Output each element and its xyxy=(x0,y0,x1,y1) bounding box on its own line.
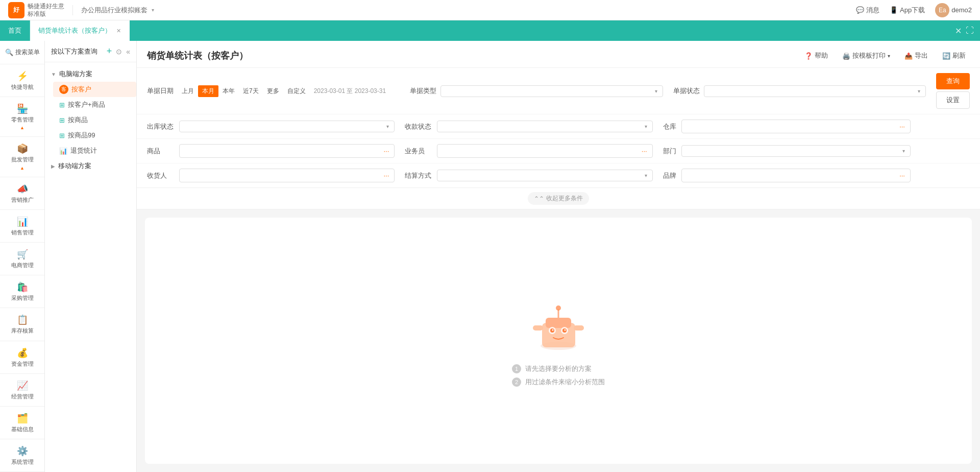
search-btn[interactable]: 查询 xyxy=(936,73,970,89)
print-arrow: ▾ xyxy=(888,53,890,59)
out-status-cell: 出库状态 ▾ xyxy=(147,121,395,132)
sidebar-item-finance[interactable]: 💰 资金管理 xyxy=(0,341,44,374)
panel-header: 按以下方案查询 + ⊙ « xyxy=(45,41,136,62)
receipt-status-select[interactable]: ▾ xyxy=(437,121,652,132)
dept-select[interactable]: ▾ xyxy=(681,145,911,157)
tree-group-desktop-header[interactable]: ▼ 电脑端方案 xyxy=(45,66,136,82)
by-goods99-icon: ⊞ xyxy=(59,132,65,139)
export-btn[interactable]: 📤 导出 xyxy=(900,49,932,62)
user-menu[interactable]: Ea demo2 xyxy=(935,3,972,17)
by-customer-label: 按客户 xyxy=(71,85,91,94)
date-last7-btn[interactable]: 近7天 xyxy=(239,85,263,97)
sidebar-item-inventory[interactable]: 📋 库存核算 xyxy=(0,308,44,341)
sidebar-item-sales[interactable]: 📊 销售管理 xyxy=(0,210,44,243)
tree-group-mobile-header[interactable]: ▶ 移动端方案 xyxy=(45,158,136,174)
sales-icon: 📊 xyxy=(17,216,28,227)
warehouse-select[interactable]: ··· xyxy=(681,120,911,133)
warehouse-label: 仓库 xyxy=(663,122,677,131)
retail-icon: 🏪 xyxy=(17,103,28,114)
by-goods-icon: ⊞ xyxy=(59,116,65,124)
svg-rect-11 xyxy=(533,325,543,331)
tree-item-return-stat[interactable]: 📊 退货统计 xyxy=(53,143,136,158)
tree-mobile-arrow: ▶ xyxy=(51,163,55,169)
sidebar-item-basic[interactable]: 🗂️ 基础信息 xyxy=(0,407,44,439)
receiver-label: 收货人 xyxy=(147,171,175,180)
svg-rect-2 xyxy=(546,318,571,328)
goods-select[interactable]: ··· xyxy=(179,144,395,158)
content-area: 销货单统计表（按客户） ❓ 帮助 🖨️ 按模板打印 ▾ 📤 导出 xyxy=(137,41,980,472)
settle-label: 结算方式 xyxy=(405,171,433,180)
app-download-label: App下载 xyxy=(900,6,925,15)
order-type-arrow: ▾ xyxy=(655,88,657,94)
warehouse-ellipsis: ··· xyxy=(899,123,905,130)
dept-label: 部门 xyxy=(663,147,677,156)
purchase-icon: 🛍️ xyxy=(17,281,28,293)
panel-add-btn[interactable]: + xyxy=(107,46,112,57)
collapse-row: ⌃⌃ 收起更多条件 xyxy=(137,188,980,209)
hint2-number: 2 xyxy=(512,377,521,387)
collapse-btn[interactable]: ⌃⌃ 收起更多条件 xyxy=(528,192,589,205)
tree-item-by-goods99[interactable]: ⊞ 按商品99 xyxy=(53,128,136,143)
settle-select[interactable]: ▾ xyxy=(437,170,652,181)
tree-group-desktop: ▼ 电脑端方案 客 按客户 ⊞ 按客户+商品 xyxy=(45,66,136,158)
date-last-month-btn[interactable]: 上月 xyxy=(178,85,198,97)
dept-cell: 部门 ▾ xyxy=(663,145,911,157)
date-this-month-btn[interactable]: 本月 xyxy=(198,85,218,97)
window-close-btn[interactable]: ✕ xyxy=(955,26,962,36)
window-maximize-btn[interactable]: ⛶ xyxy=(966,26,974,35)
salesperson-select[interactable]: ··· xyxy=(437,144,652,158)
close-tab-icon[interactable]: ✕ xyxy=(116,28,121,34)
message-btn[interactable]: 💬 消息 xyxy=(856,6,879,15)
sidebar-item-operation[interactable]: 📈 经营管理 xyxy=(0,374,44,407)
page-title: 销货单统计表（按客户） xyxy=(147,50,248,62)
sidebar-quick-nav[interactable]: ⚡ 快捷导航 xyxy=(0,64,44,97)
date-filter-cell: 单据日期 上月 本月 本年 近7天 更多 自定义 2023-03-01 至 20… xyxy=(147,85,400,97)
tab-home[interactable]: 首页 xyxy=(0,20,30,41)
app-title-arrow[interactable]: ▾ xyxy=(152,7,154,13)
settings-btn[interactable]: 设置 xyxy=(936,91,970,109)
return-stat-label: 退货统计 xyxy=(70,146,97,155)
tree-item-by-goods[interactable]: ⊞ 按商品 xyxy=(53,112,136,128)
tree-group-mobile: ▶ 移动端方案 xyxy=(45,158,136,174)
brand-label: 品牌 xyxy=(663,171,677,180)
sidebar-item-purchase[interactable]: 🛍️ 采购管理 xyxy=(0,275,44,308)
app-title: 办公用品行业模拟账套 xyxy=(81,6,148,15)
date-this-year-btn[interactable]: 本年 xyxy=(218,85,239,97)
sidebar-item-ecommerce[interactable]: 🛒 电商管理 xyxy=(0,243,44,275)
panel-settings-btn[interactable]: ⊙ xyxy=(116,48,122,56)
settle-cell: 结算方式 ▾ xyxy=(405,170,652,181)
sidebar-search[interactable]: 🔍 搜索菜单 xyxy=(0,41,44,64)
help-btn[interactable]: ❓ 帮助 xyxy=(800,49,832,62)
brand-select[interactable]: ··· xyxy=(681,169,911,182)
tree-item-by-customer[interactable]: 客 按客户 xyxy=(53,82,136,97)
ecommerce-icon: 🛒 xyxy=(17,249,28,260)
sidebar-item-retail[interactable]: 🏪 零售管理 ▲ xyxy=(0,97,44,137)
date-more-btn[interactable]: 更多 xyxy=(263,85,283,97)
hint2-text: 用过滤条件来缩小分析范围 xyxy=(525,377,605,387)
sidebar-item-system[interactable]: ⚙️ 系统管理 xyxy=(0,439,44,472)
print-btn[interactable]: 🖨️ 按模板打印 ▾ xyxy=(838,49,894,62)
app-download-btn[interactable]: 📱 App下载 xyxy=(890,6,925,15)
receiver-cell: 收货人 ··· xyxy=(147,169,395,182)
tree-group-mobile-label: 移动端方案 xyxy=(58,161,91,171)
refresh-btn[interactable]: 🔄 刷新 xyxy=(938,49,970,62)
order-type-label: 单据类型 xyxy=(410,86,436,96)
svg-rect-12 xyxy=(574,325,584,331)
print-label: 按模板打印 xyxy=(852,51,886,60)
filter-row2: 出库状态 ▾ 收款状态 ▾ 仓库 xyxy=(137,114,980,139)
order-type-select[interactable]: ▾ xyxy=(440,85,663,97)
marketing-icon: 📣 xyxy=(17,183,28,195)
quick-nav-icon: ⚡ xyxy=(17,70,28,82)
order-status-select[interactable]: ▾ xyxy=(704,85,926,97)
panel-collapse-btn[interactable]: « xyxy=(126,48,130,56)
date-custom-btn[interactable]: 自定义 xyxy=(283,85,310,97)
empty-svg xyxy=(528,295,589,356)
out-status-select[interactable]: ▾ xyxy=(179,121,395,132)
content-header: 销货单统计表（按客户） ❓ 帮助 🖨️ 按模板打印 ▾ 📤 导出 xyxy=(137,41,980,68)
tree-item-by-customer-goods[interactable]: ⊞ 按客户+商品 xyxy=(53,97,136,112)
tab-sales-stat[interactable]: 销货单统计表（按客户） ✕ xyxy=(30,20,130,41)
sidebar-item-marketing[interactable]: 📣 营销推广 xyxy=(0,177,44,210)
sidebar-item-wholesale[interactable]: 📦 批发管理 ▲ xyxy=(0,137,44,177)
receiver-select[interactable]: ··· xyxy=(179,169,395,182)
quick-nav-label: 快捷导航 xyxy=(11,84,34,90)
